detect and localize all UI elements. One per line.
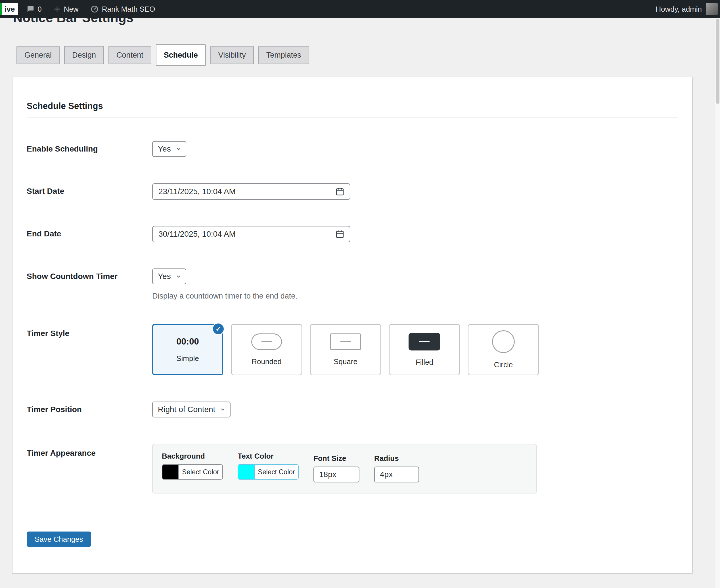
background-color-swatch <box>162 465 178 479</box>
row-timer-position: Timer Position Right of Content <box>27 402 678 417</box>
admin-bar-right: Howdy, admin <box>656 3 720 15</box>
show-countdown-control: Yes Display a countdown timer to the end… <box>152 269 297 300</box>
show-countdown-label: Show Countdown Timer <box>27 269 152 285</box>
timer-style-option-label: Rounded <box>251 357 282 366</box>
rank-math-menu[interactable]: Rank Math SEO <box>88 0 158 18</box>
background-color-control: Select Color <box>162 464 223 480</box>
tab-design[interactable]: Design <box>64 46 104 64</box>
timer-style-option-rounded[interactable]: Rounded <box>231 324 302 375</box>
tab-schedule[interactable]: Schedule <box>156 44 206 66</box>
timer-style-option-circle[interactable]: Circle <box>468 324 539 375</box>
start-date-input[interactable] <box>152 183 350 200</box>
settings-tabs: General Design Content Schedule Visibili… <box>17 46 309 66</box>
timer-style-option-label: Circle <box>494 360 513 369</box>
save-row: Save Changes <box>27 531 91 547</box>
timer-appearance-panel: Background Select Color Text Color Selec… <box>152 444 537 493</box>
new-menu-label: New <box>64 5 79 14</box>
end-date-input[interactable] <box>152 226 350 243</box>
radius-label: Radius <box>374 454 419 463</box>
timer-style-label: Timer Style <box>27 324 152 339</box>
enable-scheduling-value: Yes <box>158 144 171 153</box>
save-changes-button[interactable]: Save Changes <box>27 531 91 547</box>
show-countdown-help: Display a countdown timer to the end dat… <box>152 292 297 300</box>
comments-count: 0 <box>38 5 41 14</box>
tab-content[interactable]: Content <box>108 46 151 64</box>
text-color-group: Text Color Select Color <box>238 452 299 493</box>
filled-shape-icon <box>409 333 440 351</box>
font-size-label: Font Size <box>313 454 359 463</box>
chevron-down-icon <box>176 146 182 152</box>
comments-menu[interactable]: 0 <box>24 0 44 18</box>
timer-style-option-filled[interactable]: Filled <box>389 324 460 375</box>
radius-group: Radius <box>374 454 419 493</box>
font-size-group: Font Size <box>313 454 359 493</box>
row-end-date: End Date <box>27 226 678 243</box>
scrollbar-thumb[interactable] <box>716 19 719 104</box>
text-select-color-button[interactable]: Select Color <box>254 465 298 479</box>
timer-style-option-label: Square <box>334 357 357 366</box>
user-avatar[interactable] <box>706 3 718 15</box>
admin-bar: ive 0 New Rank Math SEO Howdy, admin <box>0 0 720 18</box>
chevron-down-icon <box>220 406 226 413</box>
plus-icon <box>53 5 61 13</box>
timer-appearance-label: Timer Appearance <box>27 444 152 458</box>
text-color-swatch <box>238 465 254 479</box>
timer-style-option-label: Filled <box>416 358 433 366</box>
end-date-field <box>152 226 350 243</box>
schedule-settings-card: Schedule Settings Enable Scheduling Yes … <box>12 77 693 574</box>
selected-check-icon <box>212 323 225 335</box>
rank-math-gauge-icon <box>90 4 99 14</box>
font-size-input[interactable] <box>313 466 359 482</box>
new-menu[interactable]: New <box>51 0 81 18</box>
live-badge-label: ive <box>2 3 18 15</box>
rounded-shape-icon <box>251 333 282 350</box>
background-label: Background <box>162 452 223 461</box>
live-indicator <box>0 3 2 15</box>
scrollbar[interactable] <box>716 18 720 588</box>
row-show-countdown: Show Countdown Timer Yes Display a count… <box>27 269 678 300</box>
background-select-color-button[interactable]: Select Color <box>178 465 222 479</box>
background-color-group: Background Select Color <box>162 452 223 493</box>
row-timer-appearance: Timer Appearance Background Select Color… <box>27 444 678 493</box>
show-countdown-select[interactable]: Yes <box>152 269 186 285</box>
chevron-down-icon <box>176 273 182 279</box>
section-heading: Schedule Settings <box>27 101 103 111</box>
timer-position-value: Right of Content <box>158 405 215 414</box>
tab-general[interactable]: General <box>17 46 60 64</box>
timer-position-select[interactable]: Right of Content <box>152 402 230 417</box>
howdy-link[interactable]: Howdy, admin <box>656 5 702 14</box>
timer-style-preview-simple: 00:00 <box>176 337 199 347</box>
timer-style-option-square[interactable]: Square <box>310 324 381 375</box>
live-badge[interactable]: ive <box>0 3 18 15</box>
square-shape-icon <box>330 333 361 350</box>
timer-style-options: 00:00 Simple Rounded Square Filled Circl… <box>152 324 539 375</box>
end-date-label: End Date <box>27 226 152 242</box>
tab-visibility[interactable]: Visibility <box>210 46 254 64</box>
row-start-date: Start Date <box>27 183 678 200</box>
show-countdown-value: Yes <box>158 272 171 281</box>
timer-position-label: Timer Position <box>27 402 152 417</box>
circle-shape-icon <box>492 330 515 353</box>
enable-scheduling-label: Enable Scheduling <box>27 141 152 157</box>
row-timer-style: Timer Style 00:00 Simple Rounded Square … <box>27 324 678 375</box>
radius-input[interactable] <box>374 466 419 482</box>
comment-bubble-icon <box>26 5 35 13</box>
text-color-label: Text Color <box>238 452 299 461</box>
timer-style-option-label: Simple <box>176 354 199 363</box>
row-enable-scheduling: Enable Scheduling Yes <box>27 141 678 157</box>
rank-math-label: Rank Math SEO <box>102 5 155 14</box>
start-date-field <box>152 183 350 200</box>
text-color-control: Select Color <box>238 464 299 480</box>
timer-style-option-simple[interactable]: 00:00 Simple <box>152 324 223 375</box>
section-divider <box>27 118 678 118</box>
start-date-label: Start Date <box>27 183 152 199</box>
enable-scheduling-select[interactable]: Yes <box>152 141 186 157</box>
tab-templates[interactable]: Templates <box>259 46 309 64</box>
